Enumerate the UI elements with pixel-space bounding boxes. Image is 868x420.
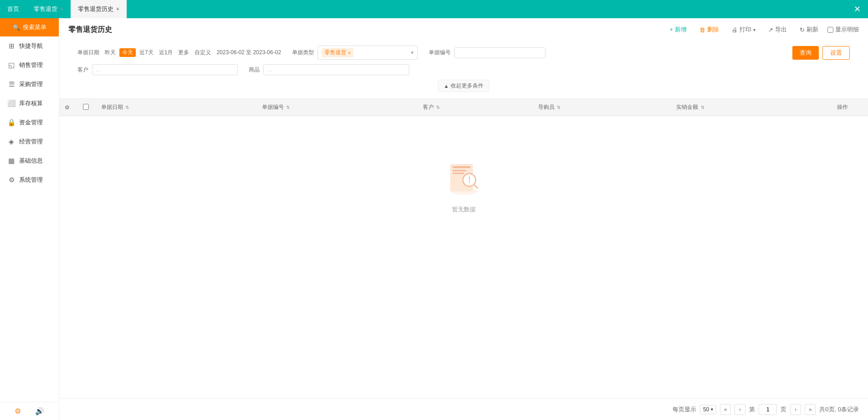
query-button[interactable]: 查询	[792, 46, 819, 60]
collapse-button[interactable]: ▲ 收起更多条件	[438, 80, 490, 92]
sidebar-item-operations[interactable]: ◈ 经营管理	[0, 132, 59, 151]
inventory-icon: ⬜	[7, 99, 15, 108]
th-customer-label: 客户	[423, 104, 434, 110]
content-area: 零售退货历史 + 新增 🗑 删除 🖨 打印 ▾ ↗	[59, 18, 868, 420]
svg-rect-3	[452, 170, 466, 171]
refresh-button[interactable]: ↻ 刷新	[796, 24, 822, 36]
sidebar-settings-icon[interactable]: ⚙	[15, 407, 21, 415]
th-checkbox[interactable]	[77, 99, 96, 116]
last-page-icon: »	[809, 406, 812, 413]
date-shortcuts: 昨天 今天 近7天 近1月 更多 自定义	[103, 48, 213, 57]
tab-retail-return-history-close[interactable]: ×	[116, 6, 119, 12]
first-page-button[interactable]: «	[720, 404, 731, 415]
go-to-suffix: 页	[781, 405, 786, 414]
sidebar-item-label-system: 系统管理	[19, 176, 43, 184]
shortcut-last1m[interactable]: 近1月	[157, 48, 175, 57]
customer-filter: 客户 ...	[77, 64, 238, 75]
shortcut-yesterday[interactable]: 昨天	[103, 48, 118, 57]
empty-state-icon	[441, 153, 487, 198]
tab-home[interactable]: 首页	[0, 0, 26, 18]
table-footer: 每页显示 50 ▾ « ‹ 第 页 › » 共0页, 0条记录	[59, 398, 868, 420]
filter-actions-row: ▲ 收起更多条件	[77, 80, 850, 92]
th-doc-date[interactable]: 单据日期 ⇅	[96, 99, 257, 116]
th-guide[interactable]: 导购员 ⇅	[533, 99, 671, 116]
svg-rect-2	[452, 166, 471, 168]
filter-area: 单据日期 昨天 今天 近7天 近1月 更多 自定义 2023-06-02 至 2…	[68, 41, 859, 98]
delete-button[interactable]: 🗑 删除	[696, 24, 723, 36]
new-button[interactable]: + 新增	[666, 24, 690, 36]
shortcut-today[interactable]: 今天	[119, 48, 136, 57]
sidebar-item-inventory[interactable]: ⬜ 库存核算	[0, 94, 59, 113]
sidebar-bottom: ⚙ 🔊	[0, 402, 59, 420]
sidebar-item-quick-nav[interactable]: ⊞ 快捷导航	[0, 36, 59, 56]
page-header: 零售退货历史 + 新增 🗑 删除 🖨 打印 ▾ ↗	[59, 18, 868, 99]
sidebar-volume-icon[interactable]: 🔊	[35, 407, 44, 415]
tab-retail-return-history[interactable]: 零售退货历史 ×	[71, 0, 127, 18]
quick-nav-icon: ⊞	[7, 42, 15, 50]
th-doc-no[interactable]: 单据编号 ⇅	[257, 99, 417, 116]
export-button[interactable]: ↗ 导出	[765, 24, 791, 36]
sidebar-item-label-finance: 资金管理	[19, 118, 43, 127]
tab-retail-return[interactable]: 零售退货 ×	[26, 0, 71, 18]
th-doc-no-label: 单据编号	[262, 104, 284, 110]
page-title: 零售退货历史	[68, 25, 112, 35]
prev-page-icon: ‹	[739, 406, 741, 413]
table-settings-icon[interactable]: ⚙	[65, 104, 70, 111]
th-op-label: 操作	[837, 104, 848, 110]
doc-no-filter: 单据编号	[429, 47, 545, 58]
window-close-button[interactable]: ✕	[847, 0, 868, 18]
last-page-button[interactable]: »	[805, 404, 816, 415]
sort-doc-date-icon: ⇅	[125, 105, 129, 110]
show-detail-checkbox[interactable]	[827, 27, 833, 33]
sidebar-item-label-operations: 经营管理	[19, 138, 43, 146]
show-detail-checkbox-group[interactable]: 显示明细	[827, 26, 859, 34]
doc-type-tag-close[interactable]: ×	[348, 50, 351, 56]
setting-button[interactable]: 设置	[822, 46, 850, 60]
shortcut-last7[interactable]: 近7天	[138, 48, 155, 57]
sidebar-item-basic-info[interactable]: ▦ 基础信息	[0, 151, 59, 170]
sidebar: 🔍 搜索菜单 ⊞ 快捷导航 ◱ 销售管理 ☰ 采购管理 ⬜ 库存核算 🔒 资金	[0, 18, 59, 420]
page-number-input[interactable]	[759, 404, 777, 415]
print-button[interactable]: 🖨 打印 ▾	[728, 24, 759, 36]
sidebar-item-sales[interactable]: ◱ 销售管理	[0, 56, 59, 75]
sidebar-item-finance[interactable]: 🔒 资金管理	[0, 113, 59, 132]
customer-select[interactable]: ...	[92, 64, 238, 75]
doc-type-select[interactable]: 零售退货 × ▾	[318, 46, 418, 60]
delete-icon: 🗑	[699, 26, 705, 33]
shortcut-more[interactable]: 更多	[176, 48, 191, 57]
export-icon: ↗	[768, 26, 773, 33]
purchase-icon: ☰	[7, 80, 15, 88]
tab-retail-return-close[interactable]: ×	[60, 6, 63, 12]
basic-info-icon: ▦	[7, 157, 15, 165]
table-container: ⚙ 单据日期 ⇅ 单据编号 ⇅	[59, 99, 868, 398]
sidebar-search[interactable]: 🔍 搜索菜单	[0, 18, 59, 36]
sort-customer-icon: ⇅	[436, 105, 440, 110]
print-chevron-icon: ▾	[753, 27, 755, 32]
doc-type-chevron-icon: ▾	[411, 50, 414, 56]
doc-type-filter: 单据类型 零售退货 × ▾	[292, 46, 418, 60]
next-page-button[interactable]: ›	[790, 404, 801, 415]
finance-icon: 🔒	[7, 118, 15, 127]
select-all-checkbox[interactable]	[83, 104, 89, 110]
page-size-select[interactable]: 50 ▾	[700, 405, 716, 414]
svg-rect-4	[452, 173, 464, 174]
customer-placeholder: ...	[96, 67, 101, 73]
doc-no-input[interactable]	[454, 47, 545, 58]
search-icon: 🔍	[13, 24, 20, 31]
th-customer[interactable]: 客户 ⇅	[417, 99, 533, 116]
date-range-display: 2023-06-02 至 2023-06-02	[216, 49, 281, 56]
export-button-label: 导出	[775, 26, 787, 34]
th-doc-date-label: 单据日期	[101, 104, 123, 110]
shortcut-custom[interactable]: 自定义	[193, 48, 213, 57]
goods-select[interactable]: ...	[263, 64, 409, 75]
page-size-chevron-icon: ▾	[711, 407, 713, 412]
sales-icon: ◱	[7, 61, 15, 69]
sidebar-item-label-quick-nav: 快捷导航	[19, 42, 43, 50]
page-size-value: 50	[703, 406, 709, 413]
th-amount[interactable]: 实销金额 ⇅	[671, 99, 832, 116]
doc-type-tag-value: 零售退货	[324, 49, 346, 56]
sidebar-item-system[interactable]: ⚙ 系统管理	[0, 170, 59, 190]
prev-page-button[interactable]: ‹	[734, 404, 745, 415]
sidebar-item-purchase[interactable]: ☰ 采购管理	[0, 75, 59, 94]
th-settings[interactable]: ⚙	[59, 99, 77, 116]
